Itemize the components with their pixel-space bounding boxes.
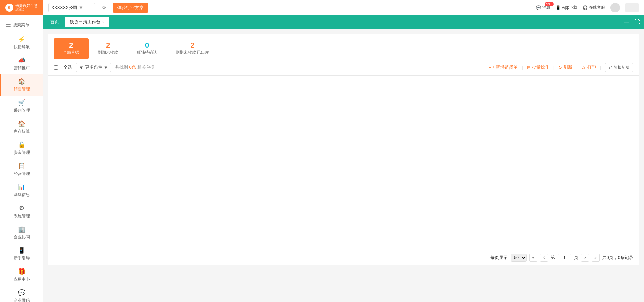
sidebar-item-marketing-label: 营销推广: [14, 65, 30, 71]
sidebar-item-sales[interactable]: 🏠 销售管理: [0, 74, 43, 96]
sidebar-item-purchase-label: 采购管理: [14, 108, 30, 113]
sidebar-item-finance-label: 资金管理: [14, 150, 30, 156]
select-all-checkbox[interactable]: [54, 65, 58, 70]
tab-home[interactable]: 首页: [46, 17, 64, 27]
guide-icon: 📱: [18, 247, 25, 254]
workbench-tabs: 2 全部单据 2 到期未收款 0 旺辅待确认 2 到期未收款 已出库: [48, 34, 639, 59]
found-suffix: 相关单据: [137, 65, 155, 70]
wb-tab-due-unpaid-label: 到期未收款: [98, 50, 118, 55]
user-avatar[interactable]: [610, 3, 620, 12]
per-page-select[interactable]: 50: [511, 254, 527, 262]
page-label: 第: [551, 255, 555, 261]
tab-close-button[interactable]: ×: [102, 20, 104, 24]
wb-tab-pending[interactable]: 0 旺辅待确认: [127, 38, 166, 59]
messages-button[interactable]: 💬 消息 99+: [536, 5, 550, 10]
switch-version-button[interactable]: ⇄ 切换新版: [605, 63, 633, 72]
toolbar-right: + + 新增销货单 | ⊞ 批量操作 | ↻ 刷新 | 🖨 打印 | ⇄ 切换新…: [489, 63, 633, 72]
online-service-button[interactable]: 🎧 在线客服: [583, 5, 605, 10]
sidebar-item-app-center-label: 应用中心: [14, 277, 30, 282]
sidebar-item-quick-nav[interactable]: ⚡ 快捷导航: [0, 32, 43, 53]
tab-workbench-label: 钱货日清工作台: [70, 19, 100, 25]
add-icon: +: [489, 65, 491, 70]
sidebar-item-weixin-label: 企业微信: [14, 298, 30, 302]
batch-operation-button[interactable]: ⊞ 批量操作: [527, 64, 549, 70]
header-left: XXXXXX公司 ▼ ⚙ 体验行业方案: [48, 3, 148, 13]
sidebar-item-system-label: 系统管理: [14, 213, 30, 219]
sidebar-item-cooperation[interactable]: 🏢 企业协同: [0, 222, 43, 243]
filter-button[interactable]: ▼ 更多条件 ▼: [76, 63, 111, 72]
sidebar-item-guide-label: 新手引导: [14, 255, 30, 261]
sidebar-item-quick-nav-label: 快捷导航: [14, 44, 30, 50]
sidebar-item-operations-label: 经营管理: [14, 171, 30, 177]
print-icon: 🖨: [582, 65, 586, 70]
per-page-label: 每页显示: [490, 255, 508, 261]
tab-minimize-button[interactable]: —: [623, 18, 631, 26]
tab-workbench[interactable]: 钱货日清工作台 ×: [65, 17, 109, 27]
app-download-label: App下载: [562, 5, 577, 10]
wb-tab-due-shipped-count: 2: [191, 41, 195, 50]
basic-info-icon: 📊: [18, 183, 25, 191]
sidebar-item-guide[interactable]: 📱 新手引导: [0, 243, 43, 264]
sidebar-item-basic-info[interactable]: 📊 基础信息: [0, 180, 43, 201]
tab-bar: 首页 钱货日清工作台 × — ⛶: [43, 15, 644, 29]
found-count: 0条: [129, 65, 136, 70]
sidebar-item-weixin[interactable]: 💬 企业微信: [0, 286, 43, 302]
wb-tab-all[interactable]: 2 全部单据: [54, 38, 89, 59]
sidebar-item-app-center[interactable]: 🎁 应用中心: [0, 264, 43, 286]
last-page-button[interactable]: »: [592, 254, 600, 262]
sidebar-logo: 6 畅捷通好生意 标准版: [0, 0, 43, 15]
add-sales-order-button[interactable]: + + 新增销货单: [489, 64, 518, 70]
refresh-label: 刷新: [564, 64, 572, 70]
switch-icon: ⇄: [609, 65, 612, 70]
toolbar: 全选 ▼ 更多条件 ▼ 共找到 0条 相关单据 + + 新增销货单 | ⊞ 批量…: [48, 59, 639, 76]
sidebar-item-search[interactable]: ☰ 搜索菜单: [0, 18, 43, 32]
next-page-button[interactable]: >: [581, 254, 589, 262]
prev-page-button[interactable]: <: [540, 254, 548, 262]
finance-icon: 🔒: [18, 141, 25, 148]
sidebar-item-inventory[interactable]: 🏠 库存核算: [0, 117, 43, 138]
print-button[interactable]: 🖨 打印: [582, 64, 596, 70]
inventory-icon: 🏠: [18, 120, 25, 127]
sidebar-item-operations[interactable]: 📋 经营管理: [0, 159, 43, 180]
user-name[interactable]: [625, 3, 639, 12]
company-dropdown-icon: ▼: [79, 5, 83, 10]
add-sales-order-label: + 新增销货单: [492, 64, 518, 70]
settings-button[interactable]: ⚙: [99, 3, 109, 12]
sidebar-item-sales-label: 销售管理: [14, 86, 30, 92]
search-menu-icon: ☰: [6, 21, 11, 29]
purchase-icon: 🛒: [18, 99, 25, 106]
header-right: 💬 消息 99+ 📱 App下载 🎧 在线客服: [536, 3, 639, 12]
message-icon: 💬: [536, 5, 541, 10]
wb-tab-due-shipped[interactable]: 2 到期未收款 已出库: [166, 38, 218, 59]
system-icon: ⚙: [19, 204, 24, 212]
wb-tab-due-unpaid-count: 2: [106, 41, 110, 50]
app-download-button[interactable]: 📱 App下载: [556, 5, 577, 10]
wb-tab-due-unpaid[interactable]: 2 到期未收款: [89, 38, 127, 59]
select-all-label: 全选: [63, 64, 72, 70]
sidebar-menu: ☰ 搜索菜单 ⚡ 快捷导航 📣 营销推广 🏠 销售管理 🛒 采购管理 🏠 库存核…: [0, 15, 43, 302]
sidebar-item-system[interactable]: ⚙ 系统管理: [0, 201, 43, 222]
sidebar-item-marketing[interactable]: 📣 营销推广: [0, 53, 43, 74]
refresh-button[interactable]: ↻ 刷新: [558, 64, 572, 70]
refresh-icon: ↻: [558, 65, 562, 70]
quick-nav-icon: ⚡: [18, 36, 25, 43]
first-page-button[interactable]: «: [529, 254, 537, 262]
tab-maximize-button[interactable]: ⛶: [633, 18, 641, 26]
sidebar-item-purchase[interactable]: 🛒 采购管理: [0, 96, 43, 117]
filter-chevron-icon: ▼: [104, 65, 108, 70]
sidebar-item-inventory-label: 库存核算: [14, 129, 30, 134]
sidebar-item-finance[interactable]: 🔒 资金管理: [0, 138, 43, 159]
wb-tab-pending-label: 旺辅待确认: [137, 50, 157, 55]
header: XXXXXX公司 ▼ ⚙ 体验行业方案 💬 消息 99+ 📱 App下载 🎧 在…: [43, 0, 644, 15]
logo-text: 畅捷通好生意 标准版: [15, 3, 38, 12]
batch-label: 批量操作: [532, 64, 549, 70]
company-selector[interactable]: XXXXXX公司 ▼: [48, 3, 95, 12]
total-label: 共0页，0条记录: [602, 255, 633, 261]
sidebar-item-search-label: 搜索菜单: [13, 22, 29, 28]
sidebar-item-basic-info-label: 基础信息: [14, 192, 30, 198]
app-download-icon: 📱: [556, 5, 561, 10]
online-service-label: 在线客服: [589, 5, 605, 10]
batch-icon: ⊞: [527, 65, 531, 70]
trial-button[interactable]: 体验行业方案: [113, 3, 148, 13]
page-number-input[interactable]: [558, 254, 571, 261]
